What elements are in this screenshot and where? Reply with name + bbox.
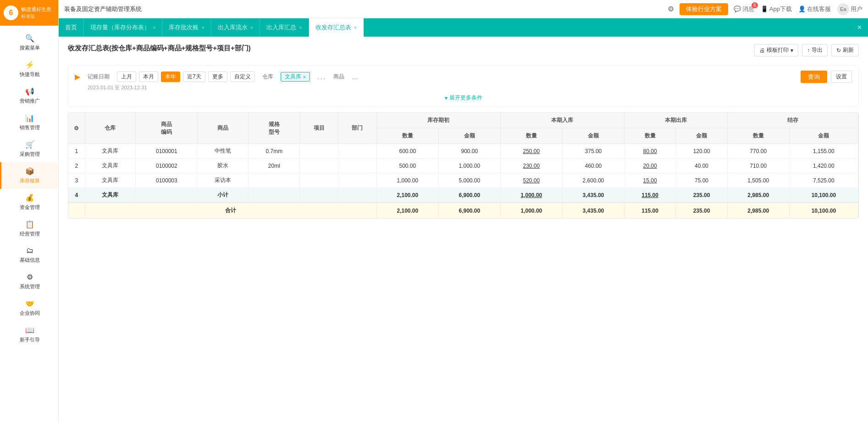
sidebar-label-basic-info: 基础信息 bbox=[20, 257, 40, 264]
online-service-button[interactable]: 👤 在线客服 bbox=[798, 5, 831, 13]
sidebar-label-enterprise: 企业协同 bbox=[20, 310, 40, 317]
sidebar-item-enterprise[interactable]: 🤝企业协同 bbox=[0, 295, 58, 321]
row-open-amt: 900.00 bbox=[438, 144, 500, 159]
table-footer-row: 合计2,100.006,900.001,000.003,435.00115.00… bbox=[68, 203, 858, 218]
row-open-amt: 5,000.00 bbox=[438, 173, 500, 188]
row-in-qty[interactable]: 230.00 bbox=[500, 159, 562, 173]
row-project bbox=[300, 188, 338, 203]
row-in-qty[interactable]: 250.00 bbox=[500, 144, 562, 159]
tab-close-stock-dist[interactable]: × bbox=[153, 25, 155, 30]
sidebar-item-inventory[interactable]: 📦库存核算 bbox=[0, 162, 58, 189]
tab-close-in-out-summary[interactable]: × bbox=[299, 25, 302, 30]
tab-label-home: 首页 bbox=[65, 23, 77, 32]
row-project bbox=[300, 173, 338, 188]
sidebar-item-quick-nav[interactable]: ⚡快捷导航 bbox=[0, 56, 58, 82]
sidebar-label-inventory: 库存核算 bbox=[20, 177, 40, 184]
query-button[interactable]: 查询 bbox=[801, 71, 827, 83]
filter-collapse-icon[interactable]: ▶ bbox=[75, 72, 80, 81]
sidebar-item-basic-info[interactable]: 🗂基础信息 bbox=[0, 242, 58, 268]
row-in-amt: 375.00 bbox=[562, 144, 624, 159]
template-print-button[interactable]: 🖨 模板打印 ▾ bbox=[754, 44, 798, 56]
warehouse-more-icon[interactable]: ... bbox=[317, 73, 326, 81]
th-bal-qty: 数量 bbox=[727, 128, 789, 144]
date-option-上月[interactable]: 上月 bbox=[117, 71, 136, 82]
date-options-group: 上月本月本年近7天更多自定义 bbox=[117, 71, 255, 82]
warehouse-tag[interactable]: 文具库 × bbox=[281, 72, 310, 82]
sidebar: 6 畅捷通好生意 标准版 🔍搜索菜单⚡快捷导航📢营销推广📊销售管理🛒采购管理📦库… bbox=[0, 0, 59, 423]
row-out-qty[interactable]: 15.00 bbox=[624, 173, 675, 188]
row-code: 0100003 bbox=[136, 173, 198, 188]
th-in-qty: 数量 bbox=[500, 128, 562, 144]
tab-batch-account[interactable]: 库存批次账× bbox=[162, 18, 211, 37]
sidebar-item-marketing[interactable]: 📢营销推广 bbox=[0, 82, 58, 109]
row-out-qty[interactable]: 20.00 bbox=[624, 159, 675, 173]
row-spec: 0.7mm bbox=[249, 144, 300, 159]
warehouse-tag-close-icon[interactable]: × bbox=[303, 74, 306, 80]
message-icon: 💬 bbox=[734, 5, 741, 12]
row-out-qty[interactable]: 80.00 bbox=[624, 144, 675, 159]
row-code: 0100001 bbox=[136, 144, 198, 159]
column-settings-button[interactable]: 设置 bbox=[831, 71, 852, 83]
row-bal-qty: 1,505.00 bbox=[727, 173, 789, 188]
sidebar-label-search: 搜索菜单 bbox=[20, 44, 40, 51]
tab-close-batch-account[interactable]: × bbox=[201, 25, 204, 30]
sidebar-item-finance[interactable]: 💰资金管理 bbox=[0, 189, 58, 215]
tab-close-receive-send-summary[interactable]: × bbox=[354, 25, 357, 30]
row-no: 1 bbox=[68, 144, 85, 159]
export-button[interactable]: ↑ 导出 bbox=[802, 44, 828, 56]
row-bal-qty: 2,985.00 bbox=[727, 188, 789, 203]
date-option-本月[interactable]: 本月 bbox=[139, 71, 158, 82]
tab-label-stock-dist: 现存量（库存分布表） bbox=[90, 23, 150, 32]
settings-icon[interactable]: ⚙ bbox=[668, 5, 674, 13]
tab-receive-send-summary[interactable]: 收发存汇总表× bbox=[309, 18, 364, 37]
row-out-qty[interactable]: 115.00 bbox=[624, 188, 675, 203]
chevron-down-icon: ▾ bbox=[445, 95, 448, 101]
row-no: 3 bbox=[68, 173, 85, 188]
expand-more-button[interactable]: ▾ 展开更多条件 bbox=[75, 94, 852, 102]
app-download-button[interactable]: 📱 App下载 bbox=[761, 5, 792, 13]
tab-in-out-summary[interactable]: 出入库汇总× bbox=[260, 18, 309, 37]
table-row: 4文具库小计2,100.006,900.001,000.003,435.0011… bbox=[68, 188, 858, 203]
sidebar-label-finance: 资金管理 bbox=[20, 204, 40, 211]
message-button[interactable]: 💬 消息 6 bbox=[734, 5, 754, 13]
row-dept bbox=[338, 188, 377, 203]
th-settings[interactable]: ⚙ bbox=[68, 113, 85, 144]
row-bal-amt: 1,155.00 bbox=[789, 144, 858, 159]
expand-more-label: 展开更多条件 bbox=[449, 94, 482, 102]
row-bal-qty: 710.00 bbox=[727, 159, 789, 173]
table-row: 2文具库0100002胶水20ml500.001,000.00230.00460… bbox=[68, 159, 858, 173]
sidebar-item-search[interactable]: 🔍搜索菜单 bbox=[0, 29, 58, 56]
th-out-amt: 金额 bbox=[676, 128, 727, 144]
tabbar-close-icon[interactable]: × bbox=[851, 23, 868, 32]
row-spec: 20ml bbox=[249, 159, 300, 173]
th-warehouse: 仓库 bbox=[85, 113, 136, 144]
sidebar-item-sales[interactable]: 📊销售管理 bbox=[0, 109, 58, 136]
row-code: 0100002 bbox=[136, 159, 198, 173]
sidebar-label-purchase: 采购管理 bbox=[20, 151, 40, 158]
footer-cell-5: 3,435.00 bbox=[562, 203, 624, 218]
sidebar-item-operation[interactable]: 📋经营管理 bbox=[0, 215, 58, 242]
trial-button[interactable]: 体验行业方案 bbox=[680, 3, 728, 15]
row-open-qty: 2,100.00 bbox=[376, 188, 438, 203]
refresh-button[interactable]: ↻ 刷新 bbox=[831, 44, 859, 56]
sidebar-item-purchase[interactable]: 🛒采购管理 bbox=[0, 136, 58, 162]
tab-stock-dist[interactable]: 现存量（库存分布表）× bbox=[84, 18, 162, 37]
row-in-qty[interactable]: 1,000.00 bbox=[500, 188, 562, 203]
product-more-icon[interactable]: ... bbox=[352, 73, 358, 81]
date-option-本年[interactable]: 本年 bbox=[161, 71, 180, 82]
sidebar-item-guide[interactable]: 📖新手引导 bbox=[0, 321, 58, 348]
row-warehouse: 文具库 bbox=[85, 159, 136, 173]
user-button[interactable]: Ea 用户 bbox=[837, 3, 862, 15]
date-option-自定义[interactable]: 自定义 bbox=[230, 71, 255, 82]
th-in-amt: 金额 bbox=[562, 128, 624, 144]
tab-in-out-flow[interactable]: 出入库流水× bbox=[211, 18, 260, 37]
topbar-right: 💬 消息 6 📱 App下载 👤 在线客服 Ea 用户 bbox=[734, 3, 862, 15]
date-option-近7天[interactable]: 近7天 bbox=[183, 71, 205, 82]
date-option-更多[interactable]: 更多 bbox=[208, 71, 227, 82]
sidebar-item-system[interactable]: ⚙系统管理 bbox=[0, 268, 58, 295]
row-in-qty[interactable]: 520.00 bbox=[500, 173, 562, 188]
tab-home[interactable]: 首页 bbox=[59, 18, 84, 37]
row-out-amt: 75.00 bbox=[676, 173, 727, 188]
tab-close-in-out-flow[interactable]: × bbox=[250, 25, 253, 30]
row-open-qty: 1,000.00 bbox=[376, 173, 438, 188]
